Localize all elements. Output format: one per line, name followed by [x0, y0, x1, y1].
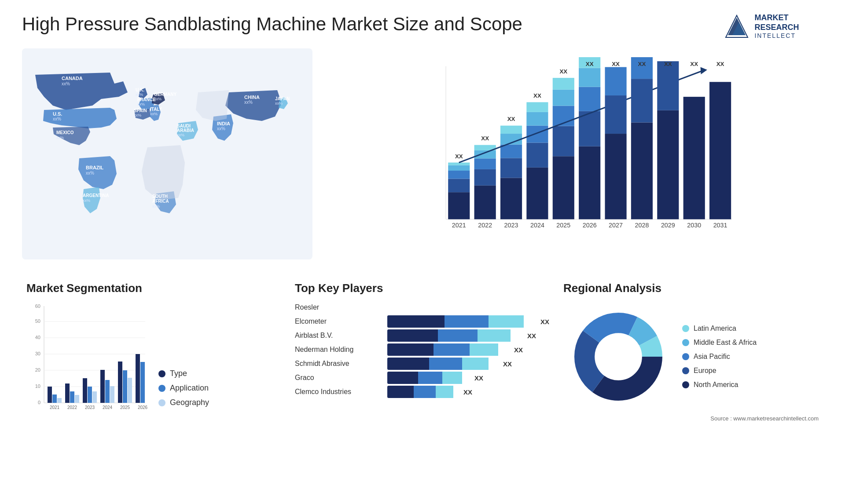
bar-dark-airblast: [387, 329, 438, 342]
main-grid: CANADA xx% U.S. xx% MEXICO xx% BRAZIL xx…: [22, 48, 823, 429]
players-section: Top Key Players Roesler Elcometer: [290, 277, 546, 429]
bar-2023-seg3: [500, 145, 522, 158]
player-name-clemco: Clemco Industries: [295, 388, 383, 396]
x-label-2022: 2022: [478, 222, 492, 229]
japan-value: xx%: [275, 101, 283, 106]
bar-light-clemco: [436, 386, 453, 398]
svg-rect-22: [48, 387, 52, 403]
saudi-label2: ARABIA: [177, 128, 194, 133]
bar-2021-seg5: [448, 163, 470, 165]
logo-icon: [724, 13, 750, 40]
logo-box: MARKET RESEARCH INTELLECT: [724, 13, 799, 40]
bar-2024-seg3: [526, 126, 548, 143]
svg-text:50: 50: [35, 318, 40, 324]
bar-2025-seg1: [553, 156, 574, 219]
legend-label-application: Application: [170, 383, 209, 393]
x-label-2029: 2029: [661, 222, 675, 229]
bar-mid-elcometer: [445, 315, 489, 328]
player-bar-airblast: XX: [387, 330, 541, 341]
svg-text:2025: 2025: [120, 405, 130, 410]
bar-light-elcometer: [489, 315, 524, 328]
player-row-clemco: Clemco Industries XX: [295, 386, 541, 398]
svg-text:2022: 2022: [67, 405, 77, 410]
player-bar-roesler: [387, 302, 541, 313]
bar-2021-seg1: [448, 192, 470, 219]
us-label: U.S.: [53, 111, 62, 117]
player-bar-elcometer: XX: [387, 316, 549, 327]
svg-text:2023: 2023: [85, 405, 95, 410]
player-name-airblast: Airblast B.V.: [295, 332, 383, 340]
bar-2031-label: XX: [716, 61, 724, 67]
bar-2027-seg2: [605, 95, 627, 134]
svg-rect-24: [57, 398, 62, 403]
bar-2025-seg5: [553, 78, 574, 90]
svg-text:2021: 2021: [50, 405, 60, 410]
bar-2025-seg4: [553, 90, 574, 106]
argentina-label: ARGENTINA: [83, 193, 109, 198]
bar-mid-graco: [418, 372, 442, 384]
players-title: Top Key Players: [295, 281, 541, 295]
svg-rect-38: [118, 362, 122, 403]
logo-line2: RESEARCH: [754, 23, 799, 33]
saudi-value: xx%: [177, 133, 184, 137]
legend-dot-geography: [158, 399, 165, 406]
bar-2031-seg1: [709, 82, 731, 219]
player-name-schmidt: Schmidt Abrasive: [295, 360, 383, 368]
player-value-airblast: XX: [527, 332, 536, 340]
bar-2021-seg2: [448, 179, 470, 192]
bar-light-nederman: [470, 343, 498, 356]
x-label-2025: 2025: [556, 222, 570, 229]
page-container: High Pressure Sandblasting Machine Marke…: [0, 0, 845, 504]
bar-2022-seg1: [474, 186, 496, 219]
bar-dark-clemco: [387, 386, 414, 398]
southafrica-label2: AFRICA: [152, 199, 169, 204]
legend-dot-application: [158, 385, 165, 392]
player-name-graco: Graco: [295, 374, 383, 382]
reg-legend-europe: Europe: [682, 367, 757, 375]
bar-2023-seg2: [500, 158, 522, 178]
svg-rect-26: [65, 383, 70, 403]
bar-mid-clemco: [414, 386, 436, 398]
svg-rect-35: [105, 380, 110, 403]
canada-label: CANADA: [62, 76, 83, 81]
player-name-roesler: Roesler: [295, 303, 383, 311]
bottom-grid: Market Segmentation: [22, 277, 823, 429]
bar-2027-label: XX: [612, 61, 620, 67]
svg-text:0: 0: [38, 400, 40, 405]
bar-dark-nederman: [387, 343, 434, 356]
x-label-2031: 2031: [713, 222, 727, 229]
players-list: Roesler Elcometer XX: [295, 302, 541, 398]
bar-chart-svg: XX XX XX XX: [339, 57, 814, 246]
legend-type: Type: [158, 369, 209, 378]
logo-text: MARKET RESEARCH INTELLECT: [754, 13, 799, 40]
player-row-schmidt: Schmidt Abrasive XX: [295, 358, 541, 369]
trend-arrow: [701, 67, 707, 74]
segmentation-section: Market Segmentation: [22, 277, 277, 429]
legend-label-type: Type: [170, 369, 187, 378]
bar-2026-seg1: [579, 146, 600, 219]
spain-value: xx%: [134, 113, 141, 117]
reg-label-northam: North America: [694, 381, 738, 389]
svg-rect-27: [70, 391, 74, 403]
reg-label-mea: Middle East & Africa: [694, 339, 757, 347]
reg-legend-northam: North America: [682, 381, 757, 389]
bar-mid-schmidt: [429, 358, 462, 370]
bar-dark-elcometer: [387, 315, 445, 328]
svg-rect-36: [110, 386, 114, 403]
china-value: xx%: [244, 100, 253, 105]
bar-dark-graco: [387, 372, 418, 384]
page-title: High Pressure Sandblasting Machine Marke…: [22, 13, 522, 35]
player-value-clemco: XX: [463, 388, 472, 396]
bar-2030-label: XX: [690, 61, 698, 67]
reg-dot-northam: [682, 381, 689, 388]
bar-2022-seg3: [474, 158, 496, 169]
argentina-value: xx%: [83, 198, 90, 203]
logo-line1: MARKET: [754, 13, 799, 23]
china-label: CHINA: [244, 95, 260, 100]
regional-title: Regional Analysis: [563, 281, 819, 295]
svg-text:30: 30: [35, 351, 40, 356]
svg-rect-39: [123, 370, 127, 403]
bar-light-graco: [442, 372, 462, 384]
logo-line3: INTELLECT: [754, 32, 799, 40]
legend-label-geography: Geography: [170, 398, 209, 407]
